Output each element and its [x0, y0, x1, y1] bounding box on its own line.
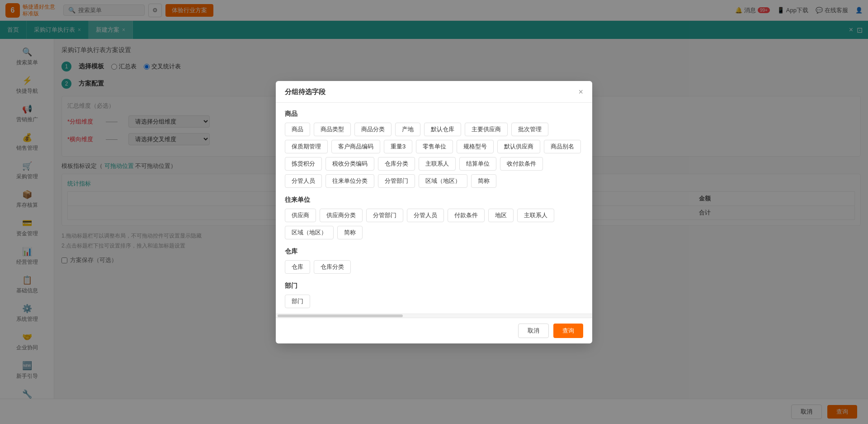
field-tag[interactable]: 默认仓库 [424, 123, 461, 136]
modal-hscroll-thumb[interactable] [278, 314, 403, 317]
field-tag[interactable]: 分管部门 [366, 209, 403, 222]
section-partner: 往来单位 供应商 供应商分类 分管部门 分管人员 付款条件 地区 主联系人 区域… [285, 196, 583, 239]
field-tag[interactable]: 主联系人 [517, 209, 554, 222]
field-tag[interactable]: 往来单位分类 [326, 174, 374, 188]
field-tag[interactable]: 区域（地区） [285, 226, 334, 239]
field-tag[interactable]: 默认供应商 [497, 140, 540, 153]
field-tag[interactable]: 税收分类编码 [326, 157, 374, 171]
field-tag[interactable]: 供应商分类 [320, 209, 363, 222]
field-tag[interactable]: 产地 [395, 123, 420, 136]
modal-header: 分组待选字段 × [276, 81, 592, 103]
field-tag[interactable]: 部门 [285, 295, 310, 308]
section-product-title: 商品 [285, 110, 583, 118]
field-tag[interactable]: 客户商品编码 [331, 140, 380, 153]
field-tag[interactable]: 分管人员 [407, 209, 444, 222]
field-tag[interactable]: 供应商 [285, 209, 316, 222]
section-partner-tags: 供应商 供应商分类 分管部门 分管人员 付款条件 地区 主联系人 区域（地区） … [285, 209, 583, 239]
modal-title: 分组待选字段 [285, 88, 326, 96]
modal-confirm-button[interactable]: 查询 [553, 324, 583, 338]
field-tag[interactable]: 商品分类 [354, 123, 392, 136]
field-tag[interactable]: 付款条件 [448, 209, 485, 222]
section-department-tags: 部门 [285, 295, 583, 308]
modal-cancel-button[interactable]: 取消 [518, 324, 549, 338]
field-tag[interactable]: 规格型号 [457, 140, 494, 153]
field-tag[interactable]: 商品 [285, 123, 310, 136]
field-tag[interactable]: 结算单位 [459, 157, 496, 171]
modal-footer: 取消 查询 [276, 318, 592, 343]
field-tag[interactable]: 主要供应商 [465, 123, 508, 136]
field-tag[interactable]: 零售单位 [416, 140, 453, 153]
section-warehouse-tags: 仓库 仓库分类 [285, 260, 583, 274]
field-tag[interactable]: 拣货积分 [285, 157, 322, 171]
section-partner-title: 往来单位 [285, 196, 583, 204]
field-tag[interactable]: 简称 [337, 226, 363, 239]
section-product-tags: 商品 商品类型 商品分类 产地 默认仓库 主要供应商 批次管理 保质期管理 客户… [285, 123, 583, 188]
field-tag[interactable]: 区域（地区） [419, 174, 467, 188]
field-tag[interactable]: 商品类型 [314, 123, 351, 136]
modal-body: 商品 商品 商品类型 商品分类 产地 默认仓库 主要供应商 批次管理 保质期管理… [276, 103, 592, 314]
field-tag[interactable]: 地区 [488, 209, 514, 222]
field-tag[interactable]: 收付款条件 [500, 157, 543, 171]
modal-close-button[interactable]: × [578, 87, 583, 97]
modal-overlay: 分组待选字段 × 商品 商品 商品类型 商品分类 产地 默认仓库 主要供应商 批… [0, 0, 868, 424]
field-tag[interactable]: 仓库 [285, 260, 310, 274]
section-product: 商品 商品 商品类型 商品分类 产地 默认仓库 主要供应商 批次管理 保质期管理… [285, 110, 583, 188]
modal-hscrollbar[interactable] [276, 314, 592, 317]
field-tag[interactable]: 分管部门 [378, 174, 415, 188]
field-select-modal: 分组待选字段 × 商品 商品 商品类型 商品分类 产地 默认仓库 主要供应商 批… [276, 81, 592, 343]
section-department: 部门 部门 [285, 282, 583, 308]
field-tag[interactable]: 主联系人 [419, 157, 456, 171]
section-department-title: 部门 [285, 282, 583, 290]
field-tag[interactable]: 简称 [471, 174, 496, 188]
field-tag[interactable]: 仓库分类 [378, 157, 415, 171]
field-tag[interactable]: 分管人员 [285, 174, 322, 188]
section-warehouse-title: 仓库 [285, 248, 583, 256]
field-tag[interactable]: 重量3 [384, 140, 412, 153]
field-tag[interactable]: 商品别名 [544, 140, 581, 153]
section-warehouse: 仓库 仓库 仓库分类 [285, 248, 583, 274]
field-tag[interactable]: 保质期管理 [285, 140, 328, 153]
field-tag[interactable]: 批次管理 [511, 123, 548, 136]
field-tag[interactable]: 仓库分类 [314, 260, 351, 274]
